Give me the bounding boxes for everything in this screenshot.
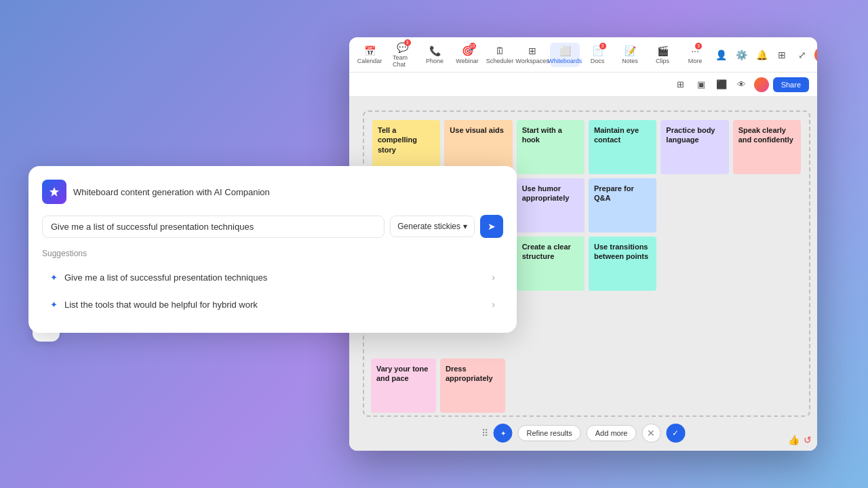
ai-action-icon[interactable]: ✦ (494, 424, 513, 443)
frame-btn[interactable]: ⬛ (713, 77, 730, 93)
suggestion-item-1[interactable]: ✦ Give me a list of successful presentat… (42, 265, 503, 289)
chevron-right-icon-2: › (492, 299, 495, 310)
suggestion-icon-1: ✦ (50, 272, 58, 283)
clips-icon: 🎬 (657, 45, 669, 56)
corner-icons: 👍 ↺ (788, 434, 812, 445)
sticky-9[interactable]: Use humor appropriately (517, 178, 585, 232)
notes-icon: 📝 (625, 45, 636, 56)
nav-item-calendar[interactable]: 📅 Calendar (355, 43, 384, 67)
nav-item-workspaces[interactable]: ⊞ Workspaces (517, 43, 547, 67)
nav-item-docs[interactable]: 📄 3 Docs (583, 43, 612, 67)
sticky-16[interactable]: Dress appropriately (440, 359, 505, 413)
ai-panel-header: Whiteboard content generation with AI Co… (42, 180, 503, 204)
ai-companion-panel: Whiteboard content generation with AI Co… (28, 166, 517, 333)
whiteboards-icon: ⬜ (559, 45, 571, 56)
nav-item-team-chat[interactable]: 💬 3 Team Chat (387, 39, 417, 70)
settings-icon[interactable]: ⚙️ (733, 47, 749, 63)
account-icon[interactable]: 👤 (713, 47, 729, 63)
workspaces-icon: ⊞ (528, 45, 536, 56)
nav-item-webinar[interactable]: 🎯 10 Webinar (452, 43, 482, 67)
nav-item-whiteboards[interactable]: ⬜ Whiteboards (550, 43, 580, 67)
nav-item-clips[interactable]: 🎬 Clips (648, 43, 677, 67)
layout-btn[interactable]: ⊞ (673, 77, 689, 93)
suggestions-label: Suggestions (42, 249, 503, 258)
nav-item-scheduler[interactable]: 🗓 Scheduler (485, 43, 515, 67)
ai-prompt-input[interactable] (42, 216, 384, 238)
generate-stickies-dropdown[interactable]: Generate stickies ▾ (390, 216, 475, 237)
sticky-15[interactable]: Vary your tone and pace (371, 359, 436, 413)
eye-btn[interactable]: 👁 (734, 77, 750, 93)
phone-icon: 📞 (429, 45, 441, 56)
avatar[interactable] (814, 47, 817, 63)
action-bar: ⠿ ✦ Refine results Add more ✕ ✓ (481, 424, 686, 443)
confirm-button[interactable]: ✓ (666, 424, 685, 443)
ai-panel-title: Whiteboard content generation with AI Co… (73, 187, 270, 197)
grid-icon[interactable]: ⊞ (774, 47, 790, 63)
top-nav: 📅 Calendar 💬 3 Team Chat 📞 Phone 🎯 10 We… (349, 37, 817, 73)
sticky-3[interactable]: Start with a hook (517, 120, 585, 174)
suggestion-icon-2: ✦ (50, 300, 58, 310)
toolbar-avatar (754, 77, 769, 92)
chevron-right-icon-1: › (492, 272, 495, 283)
toolbar-row: ⊞ ▣ ⬛ 👁 Share (349, 73, 817, 97)
cancel-button[interactable]: ✕ (642, 424, 660, 443)
bottom-stickies: Vary your tone and pace Dress appropriat… (371, 359, 505, 413)
calendar-icon: 📅 (364, 45, 376, 56)
nav-item-more[interactable]: ··· 3 More (680, 43, 710, 67)
notifications-icon[interactable]: 🔔 (753, 47, 770, 63)
action-dots: ⠿ (481, 428, 488, 439)
thumbs-down-icon[interactable]: ↺ (804, 434, 812, 445)
sticky-6[interactable]: Speak clearly and confidently (733, 120, 801, 174)
sticky-13[interactable]: Create a clear structure (517, 237, 585, 291)
view-btn[interactable]: ▣ (693, 77, 709, 93)
nav-item-notes[interactable]: 📝 Notes (615, 43, 645, 67)
send-button[interactable]: ➤ (480, 215, 503, 238)
expand-icon[interactable]: ⤢ (794, 47, 810, 63)
add-more-button[interactable]: Add more (587, 425, 637, 441)
refine-results-button[interactable]: Refine results (518, 425, 581, 441)
sticky-14[interactable]: Use transitions between points (589, 237, 656, 291)
sticky-4[interactable]: Maintain eye contact (589, 120, 656, 174)
sticky-10[interactable]: Prepare for Q&A (589, 178, 656, 232)
suggestion-text-1: Give me a list of successful presentatio… (64, 272, 267, 283)
suggestion-text-2: List the tools that would be helpful for… (64, 300, 258, 310)
ai-input-row: Generate stickies ▾ ➤ (42, 215, 503, 238)
chevron-down-icon: ▾ (463, 222, 467, 231)
nav-right: 👤 ⚙️ 🔔 ⊞ ⤢ (713, 47, 817, 63)
suggestion-item-2[interactable]: ✦ List the tools that would be helpful f… (42, 292, 503, 317)
scheduler-icon: 🗓 (495, 45, 505, 56)
share-button[interactable]: Share (773, 77, 809, 92)
ai-logo (42, 180, 66, 204)
thumbs-up-icon[interactable]: 👍 (788, 434, 800, 445)
sticky-5[interactable]: Practice body language (660, 120, 728, 174)
nav-item-phone[interactable]: 📞 Phone (420, 43, 450, 67)
